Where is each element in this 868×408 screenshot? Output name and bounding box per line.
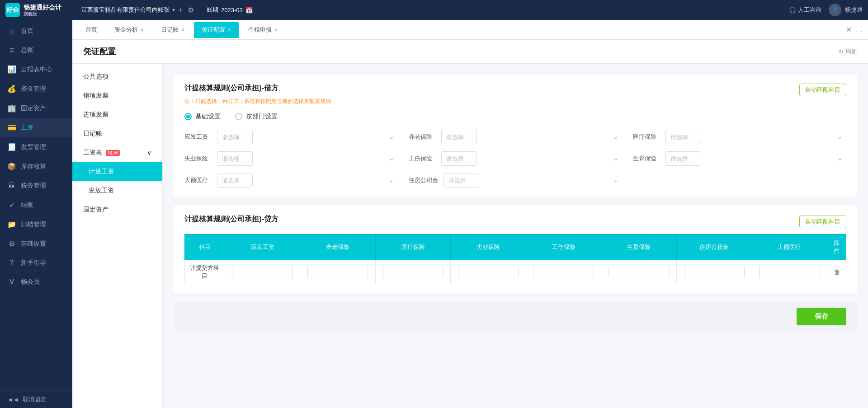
tab-fund[interactable]: 资金分析 × [107, 22, 151, 38]
tab-journal[interactable]: 日记账 × [153, 22, 192, 38]
add-button[interactable]: ＋ [175, 4, 186, 17]
field-unemployment-select[interactable]: 请选择 [217, 151, 253, 166]
debit-fields: 应发工资 请选择 养老保险 请选择 [184, 130, 846, 188]
tab-voucher-label: 凭证配置 [202, 26, 225, 34]
field-big-medical-select[interactable]: 请选择 [217, 173, 253, 188]
left-nav-sales-invoice[interactable]: 销项发票 [72, 86, 162, 105]
td-pension-input[interactable] [307, 266, 368, 278]
page-header: 凭证配置 ↻ 刷新 [72, 40, 868, 64]
td-delete-cell: 🗑 [827, 260, 846, 284]
td-medical-input-cell [375, 260, 451, 284]
company-selector[interactable]: 江西服宝精品有限责任公司内账张 ▾ [81, 6, 175, 14]
vip-icon: V [7, 278, 16, 286]
td-unemployment-input[interactable] [458, 266, 519, 278]
asset-icon: 🏢 [7, 104, 16, 113]
field-maternity: 生育保险 请选择 [633, 151, 846, 166]
left-nav-journal[interactable]: 日记账 [72, 124, 162, 143]
field-medical-select[interactable]: 请选择 [665, 130, 701, 144]
field-pension-select[interactable]: 请选择 [441, 130, 477, 144]
sidebar-label-ledger: 总账 [21, 46, 33, 54]
td-work-injury-input[interactable] [533, 266, 594, 278]
field-work-injury: 工伤保险 请选择 [409, 151, 622, 166]
save-button[interactable]: 保存 [797, 308, 846, 325]
left-nav-fixed-asset[interactable]: 固定资产 [72, 200, 162, 219]
sidebar-label-checkout: 结账 [21, 201, 33, 209]
td-salary-input[interactable] [232, 266, 293, 278]
credit-auto-match-button[interactable]: 自动匹配科目 [799, 216, 846, 228]
field-unemployment-label: 失业保险 [184, 155, 212, 163]
td-maternity-input[interactable] [609, 266, 670, 278]
radio-dept-circle [235, 113, 242, 120]
tab-voucher-close[interactable]: × [228, 27, 231, 33]
left-nav-purchase-invoice[interactable]: 进项发票 [72, 105, 162, 124]
left-nav-salary-table[interactable]: 工资表 NEW ∨ [72, 143, 162, 162]
cancel-pin-button[interactable]: ◄◄ 取消固定 [0, 390, 72, 408]
sidebar-item-asset[interactable]: 🏢 固定资产 [0, 98, 72, 118]
tab-voucher[interactable]: 凭证配置 × [194, 22, 239, 38]
page-title: 凭证配置 [83, 46, 116, 57]
period-label: 账期 [207, 6, 218, 14]
sidebar-label-archive: 归档管理 [21, 220, 46, 229]
debit-auto-match-button[interactable]: 自动匹配科目 [799, 84, 846, 96]
sidebar-item-invoice[interactable]: 🧾 发票管理 [0, 137, 72, 157]
tab-home-label: 首页 [85, 26, 97, 34]
delete-row-icon[interactable]: 🗑 [834, 268, 840, 276]
sidebar-item-fund[interactable]: 💰 资金管理 [0, 79, 72, 98]
sidebar-item-stock[interactable]: 📦 库存核算 [0, 157, 72, 176]
sidebar-label-invoice: 发票管理 [21, 143, 46, 151]
left-nav-pay-salary[interactable]: 发放工资 [72, 181, 162, 200]
sidebar-label-home: 首页 [21, 27, 33, 35]
td-big-medical-input[interactable] [759, 266, 820, 278]
field-housing-fund-select-wrapper: 请选择 [443, 173, 622, 188]
radio-dept-label: 按部门设置 [246, 113, 278, 121]
left-nav-public[interactable]: 公共选项 [72, 67, 162, 86]
field-salary-select[interactable]: 请选择 [217, 130, 253, 144]
sidebar-item-checkout[interactable]: ✓ 结账 [0, 195, 72, 215]
credit-table: 科目 应发工资 养老保险 医疗保险 失业保险 工伤保险 生育保险 住房公积金 大… [184, 234, 846, 284]
sidebar-item-guide[interactable]: ? 新手引导 [0, 253, 72, 272]
period-selector[interactable]: 账期 2023-03 📅 [207, 6, 253, 14]
tab-window-actions: ✕ ⛶ [846, 25, 863, 34]
tab-tax[interactable]: 个税申报 × [241, 22, 285, 38]
sidebar-label-vip: 畅会员 [21, 278, 40, 286]
tab-home[interactable]: 首页 [78, 22, 105, 38]
sidebar-item-salary[interactable]: 💳 工资 [0, 118, 72, 137]
sidebar-item-settings[interactable]: ⚙ 基础设置 [0, 234, 72, 253]
field-big-medical-select-wrapper: 请选择 [217, 173, 398, 188]
radio-basic[interactable]: 基础设置 [184, 113, 221, 121]
radio-dept[interactable]: 按部门设置 [235, 113, 278, 121]
settings-icon[interactable]: ⚙ [186, 4, 196, 16]
td-work-injury-input-cell [526, 260, 601, 284]
credit-table-row: 计提贷方科目 🗑 [185, 260, 846, 284]
sidebar-item-archive[interactable]: 📁 归档管理 [0, 215, 72, 234]
field-maternity-select[interactable]: 请选择 [665, 151, 701, 166]
tab-tax-close[interactable]: × [274, 27, 278, 33]
refresh-button[interactable]: ↻ 刷新 [839, 47, 857, 56]
field-medical-select-wrapper: 请选择 [665, 130, 846, 144]
tab-tax-label: 个税申报 [248, 26, 272, 34]
maximize-icon[interactable]: ⛶ [855, 25, 863, 34]
tab-journal-label: 日记账 [161, 26, 179, 34]
app-version: 旗舰版 [24, 11, 61, 17]
new-badge: NEW [106, 150, 120, 156]
field-work-injury-select[interactable]: 请选择 [441, 151, 477, 166]
td-housing-fund-input[interactable] [684, 266, 745, 278]
sidebar-item-tax[interactable]: 🏛 税务管理 [0, 176, 72, 195]
tab-fund-close[interactable]: × [141, 27, 144, 33]
salary-icon: 💳 [7, 123, 16, 132]
td-medical-input[interactable] [382, 266, 443, 278]
th-subject: 科目 [185, 234, 225, 260]
stock-icon: 📦 [7, 162, 16, 171]
sidebar-item-ledger[interactable]: ≡ 总账 [0, 41, 72, 60]
close-window-icon[interactable]: ✕ [846, 25, 852, 34]
sidebar-item-vip[interactable]: V 畅会员 [0, 272, 72, 291]
tab-journal-close[interactable]: × [181, 27, 184, 33]
debit-section-note: 注：只能选择一种方式，系统将按照您当前的选择来配置规则 [184, 98, 331, 105]
left-nav-calc-salary[interactable]: 计提工资 [72, 162, 162, 181]
field-housing-fund-select[interactable]: 请选择 [443, 173, 479, 188]
user-info[interactable]: 👤 畅捷通 [829, 4, 863, 16]
service-button[interactable]: 🎧 人工咨询 [789, 6, 821, 14]
sidebar-item-report[interactable]: 📊 云报表中心 [0, 60, 72, 79]
sidebar-item-home[interactable]: ⌂ 首页 [0, 22, 72, 41]
field-housing-fund-label: 住房公积金 [409, 176, 438, 184]
